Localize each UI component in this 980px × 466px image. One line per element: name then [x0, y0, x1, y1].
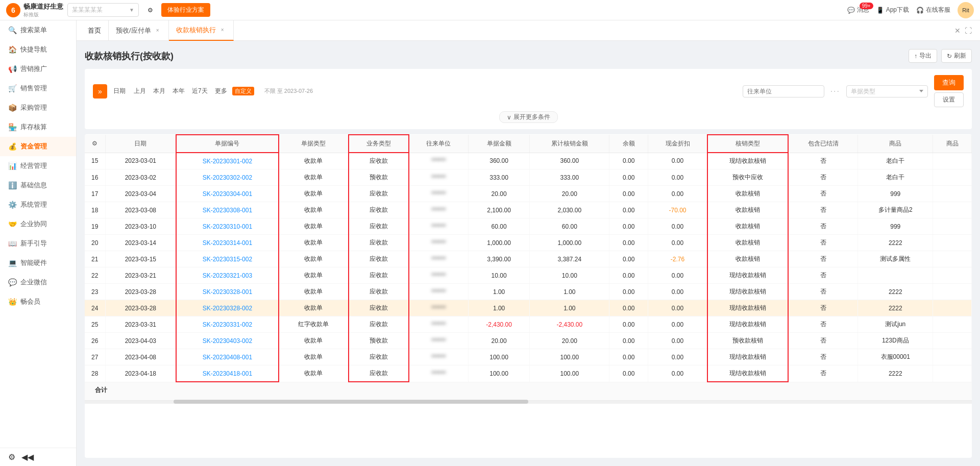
th-include-settled: 包含已结清 [788, 135, 858, 153]
sidebar-item-basics[interactable]: ℹ️ 基础信息 [0, 176, 76, 195]
query-button[interactable]: 查询 [934, 75, 964, 90]
cell-write-off-type: 现结收款核销 [707, 316, 788, 333]
doc-no-link[interactable]: SK-20230310-001 [203, 223, 252, 230]
package-icon: 📦 [8, 104, 16, 112]
doc-no-link[interactable]: SK-20230403-002 [203, 337, 252, 345]
maximize-icon[interactable]: ⛶ [965, 27, 972, 35]
settings-button[interactable]: 设置 [934, 92, 964, 107]
gear-button[interactable]: ⚙ [143, 3, 157, 17]
partner-input[interactable] [743, 85, 824, 97]
tab-collection-label: 收款核销执行 [176, 26, 216, 35]
cell-goods2 [933, 218, 972, 235]
sidebar-item-inventory[interactable]: 🏪 库存核算 [0, 117, 76, 137]
cell-doc-no: SK-20230302-002 [176, 169, 278, 186]
cell-write-off-type: 现结收款核销 [707, 365, 788, 382]
cell-doc-no: SK-20230321-003 [176, 267, 278, 284]
date-7days[interactable]: 近7天 [190, 86, 210, 96]
doc-no-link[interactable]: SK-20230408-001 [203, 354, 252, 361]
doc-no-link[interactable]: SK-20230418-001 [203, 370, 252, 377]
cell-doc-no: SK-20230301-002 [176, 153, 278, 169]
doc-no-link[interactable]: SK-20230331-002 [203, 321, 252, 328]
filter-dots[interactable]: ··· [830, 87, 840, 96]
th-cash-discount: 现金折扣 [648, 135, 707, 153]
message-icon: 💬 [847, 7, 855, 14]
expand-bar: ∨ 展开更多条件 [93, 111, 964, 123]
date-prev-month[interactable]: 上月 [132, 86, 148, 96]
cell-partner: ****** [409, 365, 469, 382]
app-download-button[interactable]: 📱 App下载 [876, 6, 909, 14]
sidebar-item-member[interactable]: 👑 畅会员 [0, 292, 76, 311]
date-this-year[interactable]: 本年 [170, 86, 187, 96]
refresh-button[interactable]: ↻ 刷新 [941, 49, 972, 63]
cell-cash-discount: 0.00 [648, 169, 707, 186]
sidebar-item-operations[interactable]: 📊 经营管理 [0, 156, 76, 176]
tab-collection[interactable]: 收款核销执行 × [169, 20, 234, 41]
doc-no-link[interactable]: SK-20230315-002 [203, 256, 252, 263]
table-container[interactable]: ⚙ 日期 单据编号 单据类型 业务类型 往来单位 单据金额 累计核销金额 余额 [85, 134, 972, 458]
cell-include-settled: 否 [788, 365, 858, 382]
message-button[interactable]: 💬 消息 99+ [847, 6, 869, 14]
cell-doc-no: SK-20230403-002 [176, 333, 278, 349]
sidebar-item-sales[interactable]: 🛒 销售管理 [0, 79, 76, 98]
doc-no-link[interactable]: SK-20230314-001 [203, 239, 252, 247]
table-row: 24 2023-03-28 SK-20230328-002 收款单 应收款 **… [85, 300, 972, 316]
cell-doc-type: 收款单 [279, 267, 349, 284]
cell-write-off-type: 现结收款核销 [707, 300, 788, 316]
doc-type-select[interactable]: 单据类型 [846, 85, 928, 97]
experience-button[interactable]: 体验行业方案 [161, 3, 210, 17]
tab-prepay[interactable]: 预收/应付单 × [109, 20, 169, 41]
top-selector[interactable]: 某某某某某 ▼ [67, 3, 139, 17]
tab-prepay-close[interactable]: × [154, 27, 161, 34]
cell-doc-type: 收款单 [279, 153, 349, 169]
cell-idx: 15 [85, 153, 105, 169]
doc-no-link[interactable]: SK-20230308-001 [203, 207, 252, 214]
cell-cash-discount: 0.00 [648, 267, 707, 284]
sidebar-item-wechat[interactable]: 💬 企业微信 [0, 273, 76, 292]
cell-include-settled: 否 [788, 235, 858, 251]
sidebar-item-purchase[interactable]: 📦 采购管理 [0, 98, 76, 117]
export-button[interactable]: ↑ 导出 [909, 49, 937, 63]
cell-cash-discount: 0.00 [648, 235, 707, 251]
doc-no-link[interactable]: SK-20230328-002 [203, 305, 252, 312]
page-header: 收款核销执行(按收款) ↑ 导出 ↻ 刷新 [85, 49, 972, 63]
sidebar-item-hardware[interactable]: 💻 智能硬件 [0, 253, 76, 273]
doc-no-link[interactable]: SK-20230302-002 [203, 174, 252, 181]
horizontal-scrollbar[interactable] [85, 400, 972, 404]
brand-info: 畅康道好生意 标推版 [23, 2, 63, 18]
close-window-icon[interactable]: ✕ [954, 27, 961, 35]
doc-no-link[interactable]: SK-20230301-002 [203, 158, 252, 165]
sidebar-item-marketing[interactable]: 📢 营销推广 [0, 59, 76, 79]
filter-toggle-button[interactable]: » [93, 84, 107, 99]
tab-home[interactable]: 首页 [81, 20, 109, 41]
refresh-label: 刷新 [954, 52, 966, 60]
date-this-month[interactable]: 本月 [151, 86, 167, 96]
table-row: 28 2023-04-18 SK-20230418-001 收款单 应收款 **… [85, 365, 972, 382]
th-balance: 余额 [609, 135, 648, 153]
sidebar-item-guide[interactable]: 📖 新手引导 [0, 234, 76, 253]
date-more[interactable]: 更多 [213, 86, 229, 96]
collapse-icon[interactable]: ◀◀ [21, 452, 34, 462]
cell-biz-type: 应收款 [349, 349, 409, 365]
doc-no-link[interactable]: SK-20230328-001 [203, 288, 252, 296]
sidebar-item-shortcut[interactable]: 🏠 快捷导航 [0, 40, 76, 59]
doc-no-link[interactable]: SK-20230304-001 [203, 190, 252, 198]
cell-cumulative: 1.00 [530, 284, 609, 300]
cell-cumulative: 20.00 [530, 333, 609, 349]
cell-goods2 [933, 349, 972, 365]
cell-doc-type: 红字收款单 [279, 316, 349, 333]
cell-goods2 [933, 202, 972, 218]
tab-collection-close[interactable]: × [219, 27, 226, 34]
sidebar-item-finance[interactable]: 💰 资金管理 [0, 137, 76, 156]
settings-bottom-icon[interactable]: ⚙ [8, 452, 15, 462]
online-service-button[interactable]: 🎧 在线客服 [916, 6, 950, 14]
cell-include-settled: 否 [788, 153, 858, 169]
doc-no-link[interactable]: SK-20230321-003 [203, 272, 252, 279]
date-custom-btn[interactable]: 自定义 [232, 87, 254, 95]
sidebar-label-system: 系统管理 [20, 200, 47, 209]
sidebar-item-system[interactable]: ⚙️ 系统管理 [0, 195, 76, 214]
cell-write-off-type: 现结收款核销 [707, 284, 788, 300]
sidebar-item-enterprise[interactable]: 🤝 企业协同 [0, 214, 76, 234]
avatar[interactable]: Rit [958, 2, 974, 18]
expand-button[interactable]: ∨ 展开更多条件 [499, 111, 558, 123]
sidebar-item-search[interactable]: 🔍 搜索菜单 [0, 20, 76, 40]
